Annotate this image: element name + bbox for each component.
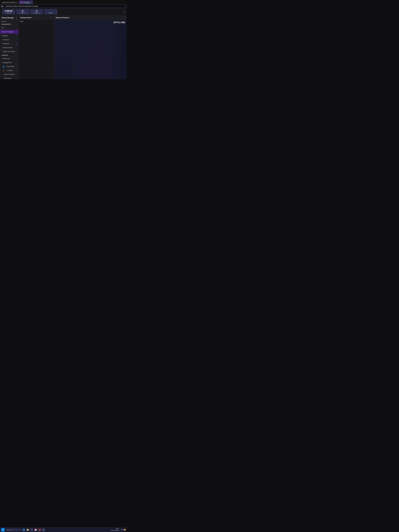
stat-viewers-label: Viewers (18, 12, 27, 14)
tab-other-close[interactable]: ✕ (16, 2, 17, 3)
sidebar-item-stream-manager[interactable]: Stream Manager (0, 30, 18, 34)
sidebar-title: Stream Manager (2, 17, 14, 19)
sidebar-item-analytics-label: Analytics (2, 35, 8, 37)
stream-preview-chevron-icon[interactable]: ∨ (69, 17, 70, 18)
address-bar: 🔒 dashboard.twitch.tv/u/armxryt/stream-m… (0, 4, 127, 8)
sidebar-item-collections-label: Collections (4, 77, 12, 79)
url-text: dashboard.twitch.tv/u/armxryt/stream-man… (6, 5, 38, 7)
stat-session: 0:00:00 Session (2, 9, 15, 14)
dashboard-arrow-icon: ⊣ (11, 24, 12, 25)
stream-preview-panel: Stream Preview ∨ ⋮ OFFLINE ⚙ ⛶ ▶ ARMOR S… (54, 15, 127, 79)
sidebar-item-video-producer[interactable]: Video Producer (0, 72, 18, 76)
tab-twitch-icon: 🟣 (20, 2, 22, 4)
content-area: Stream Manager ⊣ Layout 1 DASHBOARD ⊣ me… (0, 15, 127, 79)
stat-session-label: Session (4, 12, 13, 14)
menu-dots[interactable] (124, 11, 125, 13)
community-icon: 👥 (3, 66, 5, 67)
offline-badge: OFFLINE (113, 21, 125, 24)
stream-preview-title: Stream Preview ∨ (56, 17, 70, 19)
sidebar-item-overview[interactable]: Overview (0, 38, 18, 42)
research-dot-indicator (16, 43, 17, 44)
sidebar-item-engagement-label: Engagement (3, 62, 12, 63)
activity-filter[interactable]: Filter (19, 20, 54, 23)
sidebar-item-achievements-label: Achievements (3, 47, 13, 49)
sidebar-item-analytics[interactable]: Analytics ∧ (0, 34, 18, 38)
tab-other-title: Been Lied To About (3, 2, 15, 3)
activity-feed-title: Activity Feed ∨ (20, 17, 32, 19)
stat-bitrate-label: Bitrate (46, 12, 55, 14)
tab-twitch[interactable]: 🟣 (1) Twitch ✕ (19, 1, 33, 4)
sidebar-collapse-icon[interactable]: ⊣ (15, 17, 17, 19)
sidebar-viewers-section: VIEWERS (0, 54, 18, 57)
browser-chrome: Been Lied To About ✕ 🟣 (1) Twitch ✕ + 🔒 … (0, 0, 127, 8)
sidebar-item-me[interactable]: me (0, 26, 18, 30)
sidebar-item-video-producer-label: Video Producer (4, 74, 15, 75)
app-container: 0:00:00 Session 0 Viewers 0 Followers Bi… (0, 8, 127, 79)
stream-preview-menu-icon[interactable]: ⋮ (123, 17, 125, 19)
sidebar-item-content-label: Content (7, 70, 13, 71)
sidebar-item-achievements[interactable]: Achievements (0, 46, 18, 50)
stat-viewers: 0 Viewers (16, 9, 29, 14)
analytics-chevron-icon: ∧ (16, 35, 17, 37)
quiet-message-container: It's quiet. Too quiet... We'll show your… (19, 23, 54, 79)
lock-icon: 🔒 (1, 5, 3, 7)
sidebar-item-community-label: Community (6, 66, 14, 67)
sidebar-item-discovery-label: Discovery (3, 58, 10, 59)
stat-followers: 0 Followers (30, 9, 43, 14)
activity-feed-header: Activity Feed ∨ ⋮ (19, 15, 54, 20)
sidebar-item-collections[interactable]: Collections (0, 76, 18, 79)
content-chevron-icon: ∧ (16, 70, 17, 71)
sidebar-item-stream-manager-label: Stream Manager (2, 31, 13, 33)
tab-twitch-title: (1) Twitch (23, 2, 29, 3)
tab-bar: Been Lied To About ✕ 🟣 (1) Twitch ✕ + (0, 0, 127, 4)
sidebar-item-engagement[interactable]: Engagement (0, 61, 18, 64)
sidebar-item-stream-summary[interactable]: Stream Summary (0, 50, 18, 54)
sidebar-item-community[interactable]: 👥 Community ∨ (0, 64, 18, 69)
tab-twitch-close[interactable]: ✕ (30, 2, 32, 3)
sidebar-header: Stream Manager ⊣ (0, 15, 18, 20)
stat-bitrate-value (46, 10, 55, 12)
sidebar-sub-label: Layout 1 (0, 20, 18, 23)
sidebar-item-discovery[interactable]: Discovery (0, 57, 18, 61)
activity-chat-panel: Activity Feed ∨ ⋮ Filter It's quiet. Too… (19, 15, 54, 79)
stream-panel-header: Stream Preview ∨ ⋮ (54, 15, 127, 20)
stat-followers-label: Followers (32, 12, 41, 14)
sidebar-item-stream-summary-label: Stream Summary (3, 51, 15, 52)
stream-preview-area: OFFLINE ⚙ ⛶ (54, 20, 127, 79)
tab-other[interactable]: Been Lied To About ✕ (1, 1, 19, 4)
new-tab-button[interactable]: + (33, 1, 37, 4)
community-chevron-icon: ∨ (16, 66, 17, 67)
activity-feed-chevron-icon[interactable]: ∨ (31, 17, 32, 18)
sidebar-dashboard-label: DASHBOARD ⊣ (0, 23, 18, 26)
stat-followers-value: 0 (32, 10, 41, 12)
sidebar-item-content[interactable]: 🖥 Content ∧ (0, 69, 18, 72)
sidebar-item-research-label: Research (3, 43, 9, 44)
stat-viewers-value: 0 (18, 10, 27, 12)
content-icon: 🖥 (3, 70, 4, 71)
activity-feed-menu-icon[interactable]: ⋮ (51, 17, 52, 19)
address-input[interactable]: dashboard.twitch.tv/u/armxryt/stream-man… (4, 5, 125, 8)
sidebar-item-research[interactable]: Research (0, 42, 18, 46)
sidebar: Stream Manager ⊣ Layout 1 DASHBOARD ⊣ me… (0, 15, 19, 79)
stat-session-value: 0:00:00 (4, 10, 13, 12)
stat-bitrate: Bitrate (44, 9, 57, 14)
stats-bar: 0:00:00 Session 0 Viewers 0 Followers Bi… (0, 8, 127, 15)
sidebar-item-overview-label: Overview (3, 39, 9, 41)
